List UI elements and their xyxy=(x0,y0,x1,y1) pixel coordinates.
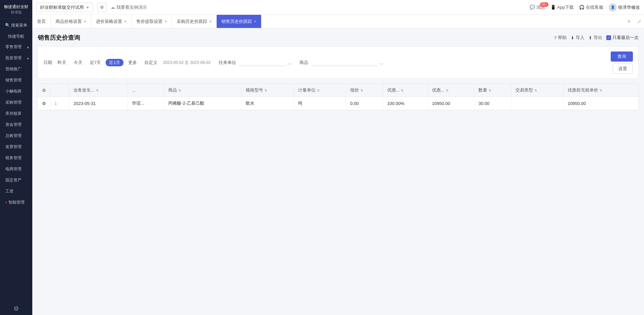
col-pretax-price[interactable]: 优惠前无税单价⇅ xyxy=(564,84,638,97)
sidebar-item-retail[interactable]: 零售管理 ▲ xyxy=(0,41,32,53)
col-unit[interactable]: 计量单位⇅ xyxy=(294,84,346,97)
row-unit: 吨 xyxy=(294,97,346,110)
row-discount1: 100.00% xyxy=(383,97,428,110)
last-only-label: 只看最后一次 xyxy=(612,35,639,41)
filter-bar: 日期 昨天 今天 近7天 近1月 更多 自定义 2023-05-02 至 202… xyxy=(38,46,639,79)
user-menu[interactable]: 👤 徐泽华修改 xyxy=(609,3,640,11)
message-btn[interactable]: 💬 消息 99+ xyxy=(530,4,545,10)
sidebar-item-finance[interactable]: 资金管理 xyxy=(0,119,32,130)
tab-close-all-btn[interactable]: × xyxy=(623,19,635,25)
row-num: 1 xyxy=(50,97,69,110)
help-btn[interactable]: ? 帮助 xyxy=(554,35,567,41)
date-opt-7days[interactable]: 近7天 xyxy=(87,59,104,66)
export-btn[interactable]: ⬆ 导出 xyxy=(588,35,602,41)
from-unit-dots-btn[interactable]: ... xyxy=(287,60,291,65)
col-tx-type[interactable]: 交易类型⇅ xyxy=(511,84,563,97)
sidebar-item-purchase[interactable]: 采购管理 xyxy=(0,97,32,108)
tab-price-setting[interactable]: 商品价格设置 × xyxy=(51,15,91,28)
from-unit-label: 往来单位 xyxy=(219,60,236,66)
chevron-down-icon: ▼ xyxy=(86,5,90,9)
sidebar-item-marketing[interactable]: 营销推广 xyxy=(0,64,32,75)
online-service-label: 在线客服 xyxy=(586,4,603,10)
row-goods: 丙烯酸-2-乙基己酯 xyxy=(164,97,242,110)
filter-right-actions: 查询 设置 xyxy=(611,51,633,74)
date-range-text: 2023-05-02 至 2023-06-02 xyxy=(163,60,210,65)
tab-purchase-history-label: 采购历史价跟踪 xyxy=(177,19,207,25)
app-download-btn[interactable]: 📱 App下载 xyxy=(550,4,574,10)
avatar: 👤 xyxy=(609,3,617,11)
message-badge: 99+ xyxy=(540,2,548,7)
date-opt-yesterday[interactable]: 昨天 xyxy=(55,59,69,66)
sidebar-item-fixed-assets[interactable]: 固定资产 xyxy=(0,175,32,186)
query-btn[interactable]: 查询 xyxy=(611,51,633,62)
row-tx-type xyxy=(511,97,563,110)
sidebar-quicknav[interactable]: 快捷导航 xyxy=(0,32,32,41)
tab-sale-extract-close[interactable]: × xyxy=(165,19,167,24)
date-opt-more[interactable]: 更多 xyxy=(126,59,140,66)
goods-label: 商品 xyxy=(299,60,308,66)
sidebar-salary-label: 工资 xyxy=(5,188,30,194)
page-header: 销售历史价查询 ? 帮助 ⬇ 导入 ⬆ 导出 ✓ 只看最后一次 xyxy=(38,34,639,42)
sidebar-quicknav-label: 快捷导航 xyxy=(8,34,24,39)
sidebar: 畅捷通好业财 标准版 🔍 搜索菜单 快捷导航 零售管理 ▲ 批发管理 ▲ 营销推… xyxy=(0,0,32,315)
sidebar-item-tax[interactable]: 税务管理 xyxy=(0,152,32,164)
sidebar-search[interactable]: 🔍 搜索菜单 xyxy=(0,19,32,32)
tab-purchase-history[interactable]: 采购历史价跟踪 × xyxy=(172,15,217,28)
sidebar-item-wholesale[interactable]: 批发管理 ▲ xyxy=(0,53,32,64)
col-discount2[interactable]: 优惠...⇅ xyxy=(428,84,474,97)
filter-settings-btn[interactable]: 设置 xyxy=(613,64,633,74)
gear-settings-btn[interactable]: ⚙ xyxy=(97,3,107,12)
last-only-checkbox-label[interactable]: ✓ 只看最后一次 xyxy=(606,35,639,41)
col-spec[interactable]: 规格型号⇅ xyxy=(242,84,294,97)
sidebar-settings-btn[interactable]: ⚙ xyxy=(0,302,32,315)
date-opt-1month[interactable]: 近1月 xyxy=(106,59,123,66)
col-more[interactable]: ... xyxy=(128,84,164,97)
tab-purchase-strategy-close[interactable]: × xyxy=(124,19,127,24)
help-label: 帮助 xyxy=(558,35,567,41)
col-goods[interactable]: 商品⇅ xyxy=(164,84,242,97)
sidebar-item-salary[interactable]: 工资 xyxy=(0,186,32,197)
goods-dots-btn[interactable]: ... xyxy=(380,60,384,65)
sidebar-item-inventory[interactable]: 库存核算 xyxy=(0,108,32,119)
headset-icon: 🎧 xyxy=(579,5,584,10)
goods-input[interactable] xyxy=(311,59,378,66)
sidebar-item-xiaochang[interactable]: 小畅电商 xyxy=(0,86,32,97)
tab-expand-btn[interactable]: ⤢ xyxy=(635,19,644,24)
import-btn[interactable]: ⬇ 导入 xyxy=(571,35,584,41)
date-opt-custom[interactable]: 自定义 xyxy=(142,59,160,66)
date-filter-group: 日期 昨天 今天 近7天 近1月 更多 自定义 2023-05-02 至 202… xyxy=(43,59,211,66)
online-service-btn[interactable]: 🎧 在线客服 xyxy=(579,4,603,10)
tab-price-close[interactable]: × xyxy=(84,19,86,24)
date-opt-today[interactable]: 今天 xyxy=(71,59,85,66)
page-title: 销售历史价查询 xyxy=(38,34,80,42)
app-logo[interactable]: 畅捷通好业财 标准版 xyxy=(0,0,32,19)
sidebar-item-invoice[interactable]: 发票管理 xyxy=(0,141,32,152)
tab-purchase-history-close[interactable]: × xyxy=(209,19,212,24)
sidebar-item-ecommerce[interactable]: 电商管理 xyxy=(0,164,32,175)
app-sub: 标准版 xyxy=(3,10,30,15)
tab-sale-extract[interactable]: 售价提取设置 × xyxy=(132,15,172,28)
col-price[interactable]: 报价⇅ xyxy=(346,84,383,97)
version-selector[interactable]: 好业财标准版交付试用 ▼ xyxy=(36,3,93,12)
col-discount1[interactable]: 优惠...⇅ xyxy=(383,84,428,97)
tab-home[interactable]: 首页 xyxy=(32,15,51,28)
tab-purchase-strategy[interactable]: 进价策略设置 × xyxy=(91,15,132,28)
row-gear[interactable]: ⚙ xyxy=(38,97,50,110)
tab-sales-history[interactable]: 销售历史价跟踪 × xyxy=(217,15,261,28)
last-only-checkbox[interactable]: ✓ xyxy=(606,35,611,40)
demo-link[interactable]: ☁ 我要看实例演示 xyxy=(111,4,147,10)
tab-sales-history-close[interactable]: × xyxy=(254,19,256,24)
sidebar-tax-label: 税务管理 xyxy=(5,155,30,161)
from-unit-input[interactable] xyxy=(239,59,286,66)
col-business-date[interactable]: 业务发生...⇅ xyxy=(69,84,128,97)
sidebar-item-smart[interactable]: 智能管理 xyxy=(0,197,32,208)
sidebar-marketing-label: 营销推广 xyxy=(5,66,30,72)
sidebar-finance-label: 资金管理 xyxy=(5,122,30,128)
message-icon: 💬 xyxy=(530,5,535,10)
sidebar-item-sales[interactable]: 销售管理 xyxy=(0,75,32,86)
col-gear[interactable]: ⚙ xyxy=(38,84,50,97)
sidebar-item-ledger[interactable]: 总账管理 xyxy=(0,130,32,141)
col-qty[interactable]: 数量⇅ xyxy=(474,84,511,97)
row-pretax-price: 10950.00 xyxy=(564,97,638,110)
data-table-container: ⚙ 业务发生...⇅ ... 商品⇅ 规格型号⇅ 计量单位⇅ 报价⇅ 优惠...… xyxy=(38,83,639,110)
